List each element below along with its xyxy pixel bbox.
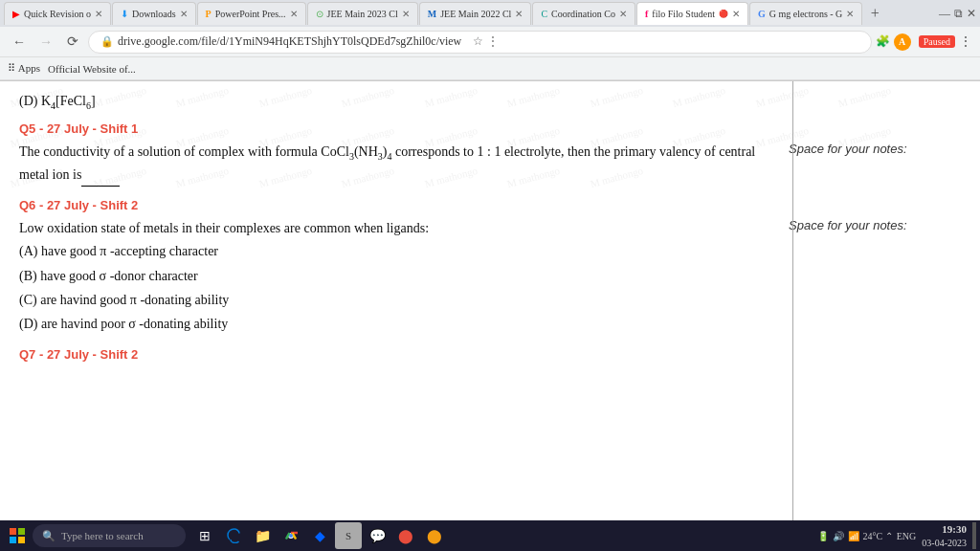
tab-7[interactable]: f filo Filo Student 🔴 ✕: [636, 2, 748, 25]
forward-button[interactable]: →: [34, 31, 57, 54]
tab1-close[interactable]: ✕: [95, 9, 102, 19]
tab7-close[interactable]: ✕: [732, 9, 740, 19]
nav-bar: ← → ⟳ 🔒 drive.google.com/file/d/1YmiN94H…: [0, 27, 980, 57]
tray-icons: 🔋: [817, 531, 829, 541]
tab2-close[interactable]: ✕: [180, 9, 188, 19]
address-bar[interactable]: 🔒 drive.google.com/file/d/1YmiN94HqKETSh…: [88, 31, 872, 54]
tab7-dot: 🔴: [719, 10, 728, 18]
tab-6[interactable]: C Coordination Co ✕: [532, 2, 635, 25]
content-divider: [792, 81, 793, 521]
tab-4[interactable]: ⊙ JEE Main 2023 Cl ✕: [307, 2, 418, 25]
q6-option-d: (D) are havind poor σ -donating ability: [19, 312, 769, 336]
tab5-close[interactable]: ✕: [515, 9, 523, 19]
q6-notes-label: Space for your notes:: [789, 218, 961, 232]
q6-option-a: (A) have good π -accepting character: [19, 239, 769, 263]
bookmark-official[interactable]: Official Website of...: [48, 63, 136, 75]
sound-icon[interactable]: 🔊: [833, 531, 844, 541]
prev-answer-text: (D) K4[FeCl6]: [19, 91, 961, 114]
tab5-favicon: M: [428, 9, 436, 19]
taskbar-dropbox[interactable]: ◆: [306, 522, 333, 549]
window-close[interactable]: ✕: [967, 7, 976, 21]
q6-label: Q6 - 27 July - Shift 2: [19, 198, 961, 212]
tab5-label: JEE Main 2022 Cl: [440, 9, 511, 19]
extensions-icon[interactable]: 🧩: [876, 34, 890, 49]
start-button[interactable]: [4, 522, 31, 549]
tab8-close[interactable]: ✕: [846, 9, 854, 19]
window-minimize[interactable]: —: [939, 7, 950, 21]
lang-indicator: ENG: [897, 531, 917, 541]
svg-point-5: [289, 534, 293, 538]
q5-label: Q5 - 27 July - Shift 1: [19, 121, 961, 136]
browser-chrome: ▶ Quick Revision o ✕ ⬇ Downloads ✕ P Pow…: [0, 0, 980, 81]
q6-option-b: (B) have good σ -donor character: [19, 264, 769, 288]
back-button[interactable]: ←: [8, 31, 31, 54]
tab2-label: Downloads: [132, 9, 176, 19]
tab-8[interactable]: G G mg electrons - G ✕: [749, 2, 862, 25]
q5-notes-label: Space for your notes:: [789, 142, 961, 156]
svg-rect-0: [10, 528, 16, 535]
taskbar-app8[interactable]: ⬤: [392, 522, 419, 549]
svg-rect-2: [10, 537, 16, 543]
q7-label: Q7 - 27 July - Shift 2: [19, 347, 961, 362]
ssl-lock-icon: 🔒: [100, 35, 114, 48]
bookmark-star-icon[interactable]: ☆: [473, 34, 483, 49]
tab-5[interactable]: M JEE Main 2022 Cl ✕: [419, 2, 532, 25]
tab2-favicon: ⬇: [121, 9, 128, 19]
q6-text: Low oxidation state of metals in their c…: [19, 218, 769, 239]
paused-badge: Paused: [919, 35, 955, 48]
tab3-label: PowerPoint Pres...: [215, 9, 286, 19]
taskbar-apps: ⊞ 📁 ◆ S 💬 ⬤ ⬤: [191, 522, 448, 549]
new-tab-button[interactable]: +: [863, 2, 886, 25]
taskbar-skype[interactable]: 💬: [364, 522, 390, 549]
tab-1[interactable]: ▶ Quick Revision o ✕: [4, 2, 111, 25]
tab1-label: Quick Revision o: [24, 9, 91, 19]
taskbar-fileexplorer[interactable]: 📁: [249, 522, 276, 549]
taskbar: 🔍 Type here to search ⊞ 📁 ◆ S 💬 ⬤ ⬤ 🔋 🔊 …: [0, 520, 980, 551]
temperature: 24°C: [863, 531, 883, 541]
tab-2[interactable]: ⬇ Downloads ✕: [112, 2, 196, 25]
tab6-favicon: C: [541, 9, 547, 19]
taskbar-chrome[interactable]: [278, 522, 304, 549]
tab4-favicon: ⊙: [316, 9, 323, 19]
tab7-label: filo Filo Student: [652, 9, 715, 19]
clock-time: 19:30: [922, 522, 967, 536]
tab1-favicon: ▶: [12, 9, 20, 19]
q5-blank: [81, 165, 120, 187]
menu-icon[interactable]: ⋮: [959, 33, 972, 50]
tab8-label: G mg electrons - G: [769, 9, 843, 19]
clock: 19:30 03-04-2023: [922, 522, 967, 548]
q5-text: The conductivity of a solution of comple…: [19, 142, 769, 187]
q6-block: Q6 - 27 July - Shift 2 Low oxidation sta…: [19, 198, 961, 336]
q6-option-c: (C) are havind good π -donating ability: [19, 288, 769, 312]
windows-logo-icon: [10, 528, 25, 543]
tab3-favicon: P: [206, 9, 212, 19]
clock-date: 03-04-2023: [922, 537, 967, 549]
apps-shortcut[interactable]: ⠿ Apps: [8, 62, 40, 75]
tab3-close[interactable]: ✕: [290, 9, 298, 19]
temp-display: 24°C ⌃: [863, 531, 893, 541]
taskbar-cortana[interactable]: ⊞: [191, 522, 218, 549]
tab8-favicon: G: [758, 9, 766, 19]
svg-rect-3: [18, 537, 25, 543]
tab-bar: ▶ Quick Revision o ✕ ⬇ Downloads ✕ P Pow…: [0, 0, 980, 27]
network-icon[interactable]: 📶: [848, 531, 859, 541]
show-desktop-button[interactable]: [972, 522, 976, 549]
search-icon: 🔍: [42, 530, 56, 542]
tab6-label: Coordination Co: [551, 9, 615, 19]
reload-button[interactable]: ⟳: [61, 31, 84, 54]
tab7-favicon: f: [645, 9, 648, 19]
taskbar-app6[interactable]: S: [335, 522, 362, 549]
tab6-close[interactable]: ✕: [619, 9, 627, 19]
bookmarks-bar: ⠿ Apps Official Website of...: [0, 57, 980, 80]
taskbar-app9[interactable]: ⬤: [421, 522, 448, 549]
tab4-close[interactable]: ✕: [402, 9, 410, 19]
svg-rect-1: [18, 528, 25, 535]
document-area: M mathongo M mathongo M mathongo M matho…: [0, 81, 980, 521]
taskbar-search-box[interactable]: 🔍 Type here to search: [33, 524, 186, 547]
tab4-label: JEE Main 2023 Cl: [327, 9, 398, 19]
window-restore[interactable]: ⧉: [954, 7, 963, 21]
taskbar-edge[interactable]: [220, 522, 247, 549]
tab-3[interactable]: P PowerPoint Pres... ✕: [197, 2, 306, 25]
extension-icon[interactable]: ⋮: [487, 34, 499, 49]
profile-icon[interactable]: A: [894, 33, 911, 51]
